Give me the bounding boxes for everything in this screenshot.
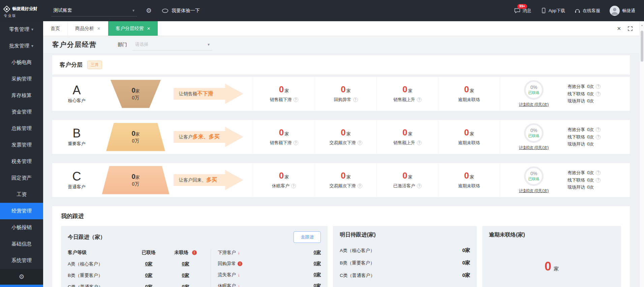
alert-count-link[interactable]: 0家 bbox=[313, 272, 321, 278]
alert-count-link[interactable]: 0家 bbox=[313, 261, 321, 267]
avatar bbox=[610, 6, 620, 16]
stats-group: 0家 销售额下滑 0家 交易频次下滑 0家 销售额上升 0家 逾期未联络 bbox=[253, 120, 500, 154]
month-badge[interactable]: 三月 bbox=[87, 61, 102, 69]
go-followup-button[interactable]: 去跟进 bbox=[294, 231, 321, 243]
experience-button[interactable]: 我要体验一下 bbox=[162, 8, 200, 14]
sidebar-item-expense[interactable]: 小畅报销 bbox=[0, 219, 43, 236]
uncontacted-count-link[interactable]: 0家 bbox=[167, 273, 204, 279]
help-icon[interactable] bbox=[596, 170, 601, 175]
account-set-select[interactable]: 测试账套 ▾ bbox=[51, 5, 137, 17]
alert-count-link[interactable]: 0家 bbox=[313, 250, 321, 256]
help-icon[interactable] bbox=[358, 140, 362, 145]
help-icon[interactable] bbox=[353, 97, 358, 102]
close-icon[interactable]: ✕ bbox=[97, 26, 100, 31]
stat-sales-rise[interactable]: 0家 销售额上升 bbox=[376, 120, 438, 154]
down-arrow-icon bbox=[238, 273, 240, 278]
tomorrow-panel-title: 明日待跟进(家) bbox=[340, 231, 376, 238]
tab-product-analysis[interactable]: 商品分析✕ bbox=[68, 21, 108, 36]
help-icon[interactable] bbox=[596, 178, 601, 183]
sidebar-item-tax[interactable]: 税务管理 bbox=[0, 153, 43, 170]
sidebar-item-system[interactable]: 系统管理 bbox=[0, 252, 43, 269]
app-download-button[interactable]: App下载 bbox=[541, 8, 565, 14]
stat-sales-decline[interactable]: 0家 销售额下滑 bbox=[253, 120, 315, 154]
overdue-panel-title: 逾期未联络(家) bbox=[489, 231, 525, 238]
stat-frequency-decline[interactable]: 0家 交易频次下滑 bbox=[315, 120, 376, 154]
tab-customer-segmentation[interactable]: 客户分层经营✕ bbox=[108, 21, 158, 36]
help-icon[interactable] bbox=[596, 84, 601, 89]
contacted-count-link[interactable]: 0家 bbox=[130, 261, 167, 267]
stat-activated-customers[interactable]: 0家 已激活客户 bbox=[376, 163, 438, 197]
tab-home[interactable]: 首页 bbox=[43, 21, 68, 36]
overdue-unit: 家 bbox=[554, 266, 559, 272]
message-icon bbox=[514, 8, 520, 13]
plan-link[interactable]: 计划0次 (0天/次) bbox=[519, 102, 549, 107]
scrollbar[interactable]: ▲ bbox=[639, 21, 644, 287]
sidebar-item-invoice[interactable]: 发票管理 bbox=[0, 137, 43, 153]
sidebar-item-ecommerce[interactable]: 小畅电商 bbox=[0, 54, 43, 71]
help-icon[interactable] bbox=[291, 184, 296, 188]
sidebar-item-payroll[interactable]: 工资 bbox=[0, 186, 43, 203]
help-icon[interactable] bbox=[596, 135, 601, 139]
online-service-label: 在线客服 bbox=[583, 8, 600, 14]
stat-overdue-contact[interactable]: 0家 逾期未联络 bbox=[438, 77, 500, 111]
caret-down-icon: ▼ bbox=[31, 28, 34, 31]
help-icon[interactable] bbox=[294, 140, 298, 145]
sidebar-gear-icon[interactable]: ⚙ bbox=[0, 269, 43, 285]
help-icon[interactable] bbox=[358, 184, 362, 188]
stat-overdue-contact[interactable]: 0家 逾期未联络 bbox=[438, 163, 500, 197]
scroll-up-arrow[interactable]: ▲ bbox=[640, 24, 644, 26]
overdue-panel: 逾期未联络(家) 0 家 bbox=[482, 226, 621, 287]
stats-group: 0家 休眠客户 0家 交易频次下滑 0家 已激活客户 0家 逾期未联络 bbox=[253, 163, 500, 197]
phone-icon bbox=[541, 8, 546, 13]
close-all-tabs-icon[interactable]: ✕ bbox=[617, 26, 621, 32]
page-title: 客户分层经营 bbox=[52, 40, 97, 49]
plan-link[interactable]: 计划0次 (0天/次) bbox=[519, 188, 549, 194]
stat-sales-rise[interactable]: 0家 销售额上升 bbox=[376, 77, 438, 111]
sidebar-item-basic-info[interactable]: 基础信息 bbox=[0, 236, 43, 252]
close-icon[interactable]: ✕ bbox=[147, 26, 150, 31]
today-alert-list: 下滑客户 0家 回购异常 0家 流失客户 0家 bbox=[218, 250, 321, 287]
stat-overdue-contact[interactable]: 0家 逾期未联络 bbox=[438, 120, 500, 154]
help-icon[interactable] bbox=[417, 140, 422, 145]
brand-logo: 畅捷通好业财 专业版 bbox=[0, 3, 43, 18]
stat-repurchase-anomaly[interactable]: 0家 回购异常 bbox=[315, 77, 376, 111]
sidebar-item-wholesale[interactable]: 批发管理▼ bbox=[0, 38, 43, 54]
user-menu[interactable]: 畅捷通 bbox=[610, 6, 635, 16]
sidebar-item-funds[interactable]: 资金管理 bbox=[0, 104, 43, 120]
funnel-segment: 0家 0万 bbox=[111, 80, 161, 108]
settings-gear-icon[interactable]: ⚙ bbox=[146, 7, 152, 14]
stat-sales-decline[interactable]: 0家 销售额下滑 bbox=[253, 77, 315, 111]
alert-declining-customers: 下滑客户 0家 bbox=[218, 250, 321, 256]
scrollbar-thumb[interactable] bbox=[641, 31, 643, 62]
contacted-count-link[interactable]: 0家 bbox=[130, 273, 167, 279]
sidebar-item-operations[interactable]: 经营管理 bbox=[0, 203, 43, 219]
sidebar-item-retail[interactable]: 零售管理▼ bbox=[0, 21, 43, 38]
sidebar-item-inventory[interactable]: 库存核算 bbox=[0, 87, 43, 104]
uncontacted-count-link[interactable]: 0家 bbox=[167, 261, 204, 267]
help-icon[interactable] bbox=[417, 184, 422, 188]
tomorrow-row-a: A类（核心客户）0家 bbox=[340, 247, 470, 254]
online-service-button[interactable]: 在线客服 bbox=[575, 8, 600, 14]
sidebar-item-fixed-assets[interactable]: 固定资产 bbox=[0, 170, 43, 186]
sidebar-item-ledger[interactable]: 总账管理 bbox=[0, 120, 43, 137]
help-icon[interactable] bbox=[596, 92, 601, 96]
stat-dormant-customers[interactable]: 0家 休眠客户 bbox=[253, 163, 315, 197]
stats-group: 0家 销售额下滑 0家 回购异常 0家 销售额上升 0家 逾期未联络 bbox=[253, 77, 500, 111]
help-icon[interactable] bbox=[417, 97, 422, 102]
fullscreen-icon[interactable] bbox=[628, 26, 633, 31]
side-stats: 有效分享0次 线下联络0次 现场拜访0次 bbox=[568, 169, 633, 191]
uncontacted-count-link[interactable]: 0家 bbox=[167, 284, 204, 287]
gauge-ring: 0% 已联络 bbox=[524, 166, 544, 186]
alert-count-link[interactable]: 0家 bbox=[313, 283, 321, 287]
help-icon[interactable] bbox=[294, 97, 298, 102]
stat-frequency-decline[interactable]: 0家 交易频次下滑 bbox=[315, 163, 376, 197]
plan-link[interactable]: 计划0次 (0天/次) bbox=[519, 145, 549, 151]
contacted-count-link[interactable]: 0家 bbox=[130, 284, 167, 287]
dept-select[interactable]: 请选择 ▾ bbox=[132, 39, 212, 51]
help-icon[interactable] bbox=[596, 127, 601, 132]
alert-churned-customers: 流失客户 0家 bbox=[218, 272, 321, 278]
messages-button[interactable]: 99+ 消息 bbox=[514, 8, 531, 14]
sidebar-item-purchase[interactable]: 采购管理 bbox=[0, 71, 43, 87]
segment-row-c: C 普通客户 0家 0万 让客户回来、 多买 0家 休眠客户 0家 交易频次下滑 bbox=[52, 163, 630, 197]
down-arrow-icon bbox=[238, 250, 240, 255]
